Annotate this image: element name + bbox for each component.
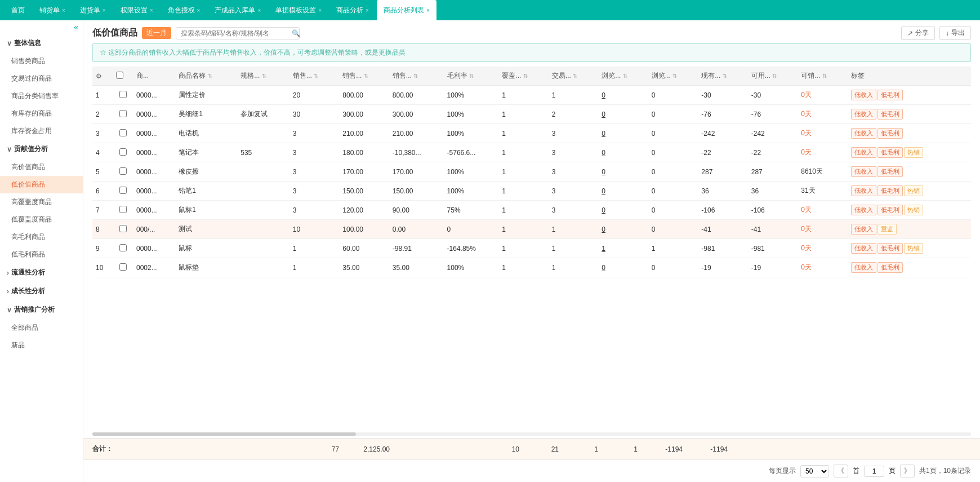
share-button[interactable]: ↗ 分享 xyxy=(901,26,935,40)
nav-template[interactable]: 单据模板设置 × xyxy=(269,0,328,20)
cell-browse1[interactable]: 0 xyxy=(598,162,648,182)
browse1-link[interactable]: 0 xyxy=(602,206,605,214)
nav-purchase-close[interactable]: × xyxy=(103,7,106,14)
filter-button[interactable]: 近一月 xyxy=(142,27,171,39)
export-button[interactable]: ↓ 导出 xyxy=(939,26,971,40)
nav-permission[interactable]: 权限设置 × xyxy=(114,0,160,20)
nav-permission-close[interactable]: × xyxy=(150,7,153,14)
sidebar-item-category-rate[interactable]: 商品分类销售率 xyxy=(0,87,83,105)
row-checkbox[interactable] xyxy=(119,206,127,213)
browse1-link[interactable]: 0 xyxy=(602,225,605,233)
row-checkbox[interactable] xyxy=(119,244,127,251)
cell-checkbox[interactable] xyxy=(113,162,133,182)
sidebar-section-contribution[interactable]: ∨ 贡献值分析 xyxy=(0,140,83,158)
cell-code: 0000... xyxy=(133,124,175,143)
row-checkbox[interactable] xyxy=(119,129,127,136)
cell-checkbox[interactable] xyxy=(113,239,133,258)
browse1-link[interactable]: 0 xyxy=(602,187,605,195)
row-checkbox[interactable] xyxy=(119,187,127,194)
cell-browse2: 0 xyxy=(648,124,698,143)
search-icon[interactable]: 🔍 xyxy=(292,29,300,37)
col-name: 商品名称 ⇅ xyxy=(175,67,237,86)
col-checkbox[interactable] xyxy=(113,67,133,86)
nav-goods-list-close[interactable]: × xyxy=(426,7,430,14)
col-gear[interactable]: ⚙ xyxy=(92,67,113,86)
nav-home[interactable]: 首页 xyxy=(5,0,32,20)
browse1-link[interactable]: 1 xyxy=(602,245,605,253)
nav-sales[interactable]: 销货单 × xyxy=(33,0,72,20)
page-size-label: 每页显示 xyxy=(769,466,796,476)
cell-checkbox[interactable] xyxy=(113,86,133,105)
cell-spec xyxy=(237,86,289,105)
cell-checkbox[interactable] xyxy=(113,182,133,201)
cell-browse1[interactable]: 0 xyxy=(598,182,648,201)
row-checkbox[interactable] xyxy=(119,263,127,271)
nav-template-close[interactable]: × xyxy=(318,7,322,14)
cell-stock: 36 xyxy=(698,182,747,201)
scrollbar-track[interactable] xyxy=(92,432,971,436)
sidebar-section-growth[interactable]: › 成长性分析 xyxy=(0,282,83,300)
sidebar-item-low-coverage[interactable]: 低覆盖度商品 xyxy=(0,211,83,228)
browse1-link[interactable]: 0 xyxy=(602,149,605,157)
row-checkbox[interactable] xyxy=(119,91,127,98)
cell-browse1[interactable]: 0 xyxy=(598,258,648,277)
row-checkbox[interactable] xyxy=(119,225,127,232)
cell-margin: -5766.6... xyxy=(444,143,499,162)
nav-sales-close[interactable]: × xyxy=(62,7,65,14)
nav-goods-analysis[interactable]: 商品分析 × xyxy=(329,0,376,20)
cell-checkbox[interactable] xyxy=(113,105,133,124)
cell-browse1[interactable]: 0 xyxy=(598,201,648,220)
cell-browse1[interactable]: 0 xyxy=(598,124,648,143)
browse1-link[interactable]: 0 xyxy=(602,130,605,138)
sidebar-item-high-margin[interactable]: 高毛利商品 xyxy=(0,228,83,246)
first-page-btn[interactable]: 《 xyxy=(834,465,848,477)
cell-checkbox[interactable] xyxy=(113,124,133,143)
search-input[interactable] xyxy=(176,27,300,39)
sidebar-item-high-coverage[interactable]: 高覆盖度商品 xyxy=(0,193,83,211)
select-all-checkbox[interactable] xyxy=(116,72,123,79)
cell-checkbox[interactable] xyxy=(113,220,133,239)
cell-cover: 1 xyxy=(498,124,548,143)
browse1-link[interactable]: 0 xyxy=(602,264,605,272)
page-size-select[interactable]: 50 100 200 xyxy=(800,465,829,477)
cell-sale2: 0.00 xyxy=(389,220,444,239)
scrollbar-thumb[interactable] xyxy=(92,432,356,436)
cell-checkbox[interactable] xyxy=(113,258,133,277)
tag: 低收入 xyxy=(851,262,876,273)
cell-browse1[interactable]: 0 xyxy=(598,220,648,239)
sidebar-item-all-goods[interactable]: 全部商品 xyxy=(0,319,83,337)
nav-purchase[interactable]: 进货单 × xyxy=(73,0,113,20)
sidebar-item-stocked-goods[interactable]: 有库存的商品 xyxy=(0,105,83,122)
nav-role[interactable]: 角色授权 × xyxy=(161,0,207,20)
sidebar-item-low-margin[interactable]: 低毛利商品 xyxy=(0,246,83,263)
row-checkbox[interactable] xyxy=(119,110,127,117)
cell-checkbox[interactable] xyxy=(113,143,133,162)
cell-checkbox[interactable] xyxy=(113,201,133,220)
sidebar-item-sales-goods[interactable]: 销售类商品 xyxy=(0,52,83,70)
sidebar-section-circulation[interactable]: › 流通性分析 xyxy=(0,263,83,282)
nav-inventory[interactable]: 产成品入库单 × xyxy=(208,0,268,20)
sidebar-item-stock-capital[interactable]: 库存资金占用 xyxy=(0,122,83,140)
sidebar-section-overall[interactable]: ∨ 整体信息 xyxy=(0,34,83,52)
row-checkbox[interactable] xyxy=(119,167,127,175)
nav-goods-analysis-close[interactable]: × xyxy=(366,7,369,14)
sidebar-collapse-btn[interactable]: « xyxy=(74,23,78,32)
cell-browse1[interactable]: 0 xyxy=(598,86,648,105)
browse1-link[interactable]: 0 xyxy=(602,168,605,176)
nav-goods-list[interactable]: 商品分析列表 × xyxy=(377,0,436,20)
cell-browse1[interactable]: 0 xyxy=(598,105,648,124)
cell-browse1[interactable]: 1 xyxy=(598,239,648,258)
nav-role-close[interactable]: × xyxy=(197,7,201,14)
sidebar-section-marketing[interactable]: ∨ 营销推广分析 xyxy=(0,300,83,319)
cell-browse1[interactable]: 0 xyxy=(598,143,648,162)
sidebar-item-high-value[interactable]: 高价值商品 xyxy=(0,158,83,176)
browse1-link[interactable]: 0 xyxy=(602,110,605,118)
sidebar-item-new-goods[interactable]: 新品 xyxy=(0,337,83,354)
sidebar-item-traded-goods[interactable]: 交易过的商品 xyxy=(0,70,83,87)
page-number-input[interactable] xyxy=(864,466,884,477)
row-checkbox[interactable] xyxy=(119,148,127,156)
next-page-btn[interactable]: 》 xyxy=(900,465,915,477)
browse1-link[interactable]: 0 xyxy=(602,91,605,99)
nav-inventory-close[interactable]: × xyxy=(257,7,261,14)
sidebar-item-low-value[interactable]: 低价值商品 xyxy=(0,176,83,193)
